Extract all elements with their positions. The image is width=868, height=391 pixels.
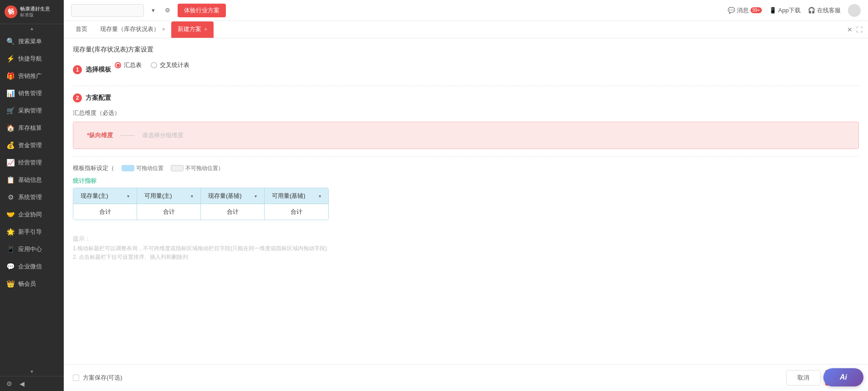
cross-radio-label: 交叉统计表	[160, 61, 189, 69]
user-avatar[interactable]	[848, 4, 861, 17]
sidebar-item-quicknav[interactable]: ⚡ 快捷导航	[0, 50, 64, 67]
sidebar-nav: 🔍 搜索菜单 ⚡ 快捷导航 🎁 营销推广 📊 销售管理 🛒 采购管理 🏠 库存核…	[0, 33, 64, 367]
sidebar-item-label: 搜索菜单	[18, 37, 42, 46]
collapse-icon[interactable]: ◀	[20, 380, 25, 387]
dimension-separator: ——	[120, 131, 135, 139]
app-name: 畅康通好生意	[20, 5, 50, 12]
window-close-icon[interactable]: ✕	[847, 26, 853, 33]
sidebar-item-label: 企业协同	[18, 211, 42, 219]
stats-col-3[interactable]: 可用量(基辅) ▾	[265, 188, 328, 204]
sidebar-bottom: ⚙ ◀	[0, 376, 64, 391]
settings-icon[interactable]: ⚙	[6, 380, 12, 387]
section1-header: 1 选择模板 汇总表 交叉统计表	[73, 61, 859, 78]
stats-col-2[interactable]: 现存量(基辅) ▾	[201, 188, 265, 204]
template-cross-radio[interactable]: 交叉统计表	[151, 61, 189, 69]
sidebar-scroll-up[interactable]: ▲	[0, 24, 64, 33]
tab-home[interactable]: 首页	[69, 21, 94, 38]
sidebar-item-operations[interactable]: 📈 经营管理	[0, 154, 64, 171]
sidebar-item-label: 经营管理	[18, 159, 42, 167]
system-icon: ⚙	[6, 193, 15, 201]
sidebar-item-label: 销售管理	[18, 89, 42, 98]
sidebar-item-label: 应用中心	[18, 245, 42, 253]
dimension-label: *纵向维度	[87, 131, 113, 139]
sidebar-item-marketing[interactable]: 🎁 营销推广	[0, 67, 64, 85]
tips-section: 提示： 1.拖动标题栏可以调整布局，不可跨维度或指标区域拖动栏目字段(只能在同一…	[73, 235, 859, 261]
tab-inventory-close[interactable]: ×	[162, 26, 165, 32]
dimension-box[interactable]: *纵向维度 —— 请选择分组维度	[73, 122, 859, 149]
tabs-bar: 首页 现存量（库存状况表） × 新建方案 × ✕ ⛶	[64, 21, 868, 38]
section1-label: 选择模板	[86, 66, 111, 74]
sidebar-item-inventory[interactable]: 🏠 库存核算	[0, 119, 64, 137]
sidebar-item-sales[interactable]: 📊 销售管理	[0, 85, 64, 102]
footer-bar: 方案保存(可选) 取消 查询	[64, 364, 868, 391]
template-indicator-label: 模板指标设定（	[73, 164, 114, 172]
online-service-label: 在线客服	[817, 6, 841, 15]
search-icon: 🔍	[6, 37, 15, 46]
sidebar-item-newguide[interactable]: 🌟 新手引导	[0, 223, 64, 241]
quicknav-icon: ⚡	[6, 55, 15, 63]
ai-float-button[interactable]: Ai	[823, 368, 863, 386]
stats-col-0[interactable]: 现存量(主) ▾	[73, 188, 137, 204]
app-download-label: App下载	[778, 6, 801, 15]
sidebar-item-wechat[interactable]: 💬 企业微信	[0, 258, 64, 275]
stats-col-2-label: 现存量(基辅)	[208, 192, 242, 200]
tab-new-plan[interactable]: 新建方案 ×	[171, 21, 213, 38]
template-summary-radio[interactable]: 汇总表	[115, 61, 142, 69]
online-service-link[interactable]: 🎧 在线客服	[808, 6, 841, 15]
draggable-tag-icon	[122, 165, 134, 171]
stats-col-0-label: 现存量(主)	[81, 192, 108, 200]
aggregation-label: 汇总维度（必选）	[73, 109, 859, 117]
sidebar-item-system[interactable]: ⚙ 系统管理	[0, 189, 64, 206]
col-1-chevron[interactable]: ▾	[191, 194, 193, 199]
tips-item-1: 2. 点击标题栏下拉可设置排序、插入列和删除列	[73, 253, 859, 261]
app-download-link[interactable]: 📱 App下载	[769, 6, 801, 15]
col-0-chevron[interactable]: ▾	[127, 194, 129, 199]
tabs-bar-right: ✕ ⛶	[847, 26, 863, 33]
sidebar-item-label: 新手引导	[18, 228, 42, 236]
cross-radio-circle[interactable]	[151, 62, 157, 68]
dropdown-icon[interactable]: ▾	[148, 6, 158, 15]
tab-new-plan-label: 新建方案	[178, 25, 201, 33]
stats-col-1[interactable]: 可用量(主) ▾	[137, 188, 201, 204]
template-select: 汇总表 交叉统计表	[115, 61, 189, 69]
app-logo: 畅 畅康通好生意 标准版	[0, 0, 64, 24]
stats-section-label: 统计指标	[73, 177, 859, 185]
sidebar-scroll-down[interactable]: ▼	[0, 367, 64, 376]
sidebar-item-search[interactable]: 🔍 搜索菜单	[0, 33, 64, 50]
window-expand-icon[interactable]: ⛶	[856, 26, 863, 33]
tips-title: 提示：	[73, 235, 859, 243]
messages-link[interactable]: 💬 消息 99+	[728, 6, 762, 15]
section2-num: 2	[73, 93, 82, 103]
message-icon: 💬	[728, 7, 735, 14]
marketing-icon: 🎁	[6, 72, 15, 80]
search-input[interactable]	[71, 4, 144, 17]
not-draggable-tag-label: 不可拖动位置）	[185, 165, 224, 172]
app-edition: 标准版	[20, 12, 50, 18]
col-2-chevron[interactable]: ▾	[255, 194, 257, 199]
tips-item-0: 1.拖动标题栏可以调整布局，不可跨维度或指标区域拖动栏目字段(只能在同一维度或指…	[73, 245, 859, 252]
newguide-icon: 🌟	[6, 228, 15, 236]
cancel-button[interactable]: 取消	[786, 370, 821, 386]
stats-header-row: 现存量(主) ▾ 可用量(主) ▾ 现存量(基辅) ▾ 可用量(基辅) ▾	[73, 188, 328, 204]
gear-icon[interactable]: ⚙	[162, 5, 173, 16]
save-checkbox[interactable]	[73, 375, 79, 381]
headset-icon: 🎧	[808, 7, 815, 14]
draggable-tag: 可拖动位置	[122, 165, 163, 172]
draggable-tag-label: 可拖动位置	[136, 165, 163, 172]
summary-radio-circle[interactable]	[115, 62, 121, 68]
industry-button[interactable]: 体验行业方案	[178, 4, 226, 17]
sidebar-item-appcenter[interactable]: 📱 应用中心	[0, 241, 64, 258]
sidebar-item-label: 采购管理	[18, 107, 42, 115]
sidebar-item-member[interactable]: 👑 畅会员	[0, 275, 64, 293]
sidebar-item-purchase[interactable]: 🛒 采购管理	[0, 102, 64, 119]
col-3-chevron[interactable]: ▾	[319, 194, 321, 199]
tab-new-plan-close[interactable]: ×	[204, 26, 207, 32]
topbar: ▾ ⚙ 体验行业方案 💬 消息 99+ 📱 App下载 🎧 在线客服	[64, 0, 868, 21]
member-icon: 👑	[6, 280, 15, 288]
sidebar-item-collab[interactable]: 🤝 企业协同	[0, 206, 64, 223]
tab-inventory[interactable]: 现存量（库存状况表） ×	[94, 21, 171, 38]
inventory-icon: 🏠	[6, 124, 15, 132]
sidebar-item-finance[interactable]: 💰 资金管理	[0, 137, 64, 154]
sidebar-item-basic-info[interactable]: 📋 基础信息	[0, 171, 64, 189]
sidebar-item-label: 快捷导航	[18, 55, 42, 63]
